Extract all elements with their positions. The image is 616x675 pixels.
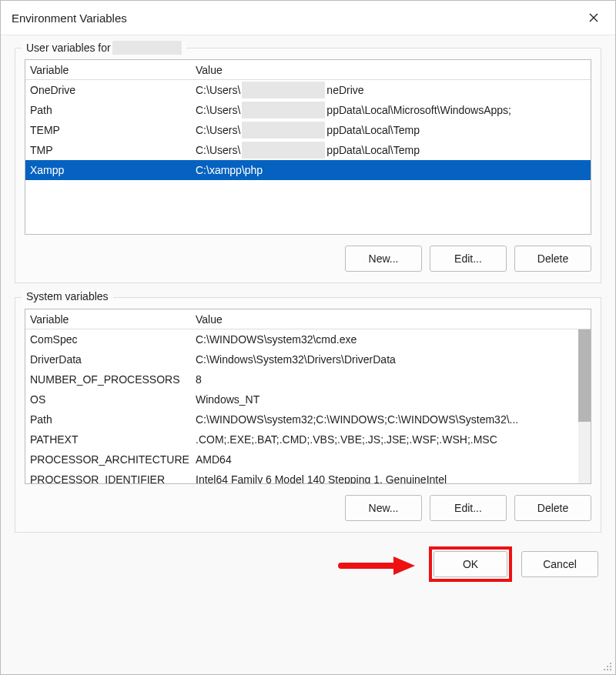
system-header-value[interactable]: Value: [196, 313, 586, 326]
user-variables-label: User variables for: [22, 41, 186, 55]
value-cell: AMD64: [196, 453, 586, 466]
variable-cell: TMP: [30, 144, 196, 156]
system-variables-list[interactable]: Variable Value ComSpecC:\WINDOWS\system3…: [25, 309, 591, 484]
value-cell: C:\Users\neDrive: [196, 82, 586, 99]
table-row[interactable]: PathC:\Users\ppData\Local\Microsoft\Wind…: [25, 100, 591, 120]
titlebar: Environment Variables: [1, 1, 615, 35]
svg-marker-1: [393, 556, 415, 575]
value-cell: Windows_NT: [196, 393, 586, 406]
system-delete-button[interactable]: Delete: [514, 495, 591, 521]
variable-cell: Xampp: [30, 164, 196, 176]
user-variables-list[interactable]: Variable Value OneDriveC:\Users\neDriveP…: [25, 59, 591, 235]
user-variables-label-text: User variables for: [26, 42, 111, 54]
svg-point-3: [607, 666, 608, 667]
system-variables-group: System variables Variable Value ComSpecC…: [15, 297, 601, 533]
user-list-header: Variable Value: [25, 60, 591, 80]
variable-cell: PROCESSOR_IDENTIFIER: [30, 473, 196, 484]
svg-point-4: [610, 666, 611, 667]
table-row[interactable]: TMPC:\Users\ppData\Local\Temp: [25, 140, 591, 160]
table-row[interactable]: NUMBER_OF_PROCESSORS8: [25, 369, 591, 389]
variable-cell: ComSpec: [30, 333, 196, 346]
system-button-row: New... Edit... Delete: [25, 495, 591, 521]
value-cell: .COM;.EXE;.BAT;.CMD;.VBS;.VBE;.JS;.JSE;.…: [196, 433, 586, 446]
value-cell: C:\Users\ppData\Local\Microsoft\WindowsA…: [196, 102, 586, 119]
resize-grip-icon: [601, 660, 614, 673]
variable-cell: TEMP: [30, 124, 196, 136]
content-area: User variables for Variable Value OneDri…: [1, 35, 615, 660]
table-row[interactable]: TEMPC:\Users\ppData\Local\Temp: [25, 120, 591, 140]
system-list-header: Variable Value: [25, 309, 591, 329]
user-variables-group: User variables for Variable Value OneDri…: [15, 48, 601, 283]
variable-cell: OS: [30, 393, 196, 406]
table-row[interactable]: OSWindows_NT: [25, 389, 591, 409]
close-button[interactable]: [583, 7, 604, 28]
svg-point-5: [604, 669, 605, 670]
value-cell: C:\Users\ppData\Local\Temp: [196, 122, 586, 139]
value-redacted: [242, 142, 325, 159]
table-row[interactable]: ComSpecC:\WINDOWS\system32\cmd.exe: [25, 329, 591, 349]
value-redacted: [242, 82, 325, 99]
variable-cell: OneDrive: [30, 84, 196, 96]
value-cell: C:\WINDOWS\system32\cmd.exe: [196, 333, 586, 346]
value-cell: C:\xampp\php: [196, 164, 586, 176]
ok-button[interactable]: OK: [434, 551, 507, 577]
value-cell: C:\Windows\System32\Drivers\DriverData: [196, 353, 586, 366]
resize-grip[interactable]: [601, 660, 614, 673]
user-header-variable[interactable]: Variable: [30, 64, 196, 76]
env-vars-dialog: Environment Variables User variables for…: [0, 0, 616, 675]
table-row[interactable]: PROCESSOR_ARCHITECTUREAMD64: [25, 449, 591, 469]
table-row[interactable]: PATHEXT.COM;.EXE;.BAT;.CMD;.VBS;.VBE;.JS…: [25, 429, 591, 449]
table-row[interactable]: DriverDataC:\Windows\System32\Drivers\Dr…: [25, 349, 591, 369]
system-scrollbar-thumb[interactable]: [578, 329, 591, 422]
svg-point-7: [610, 669, 611, 670]
username-redacted: [112, 41, 182, 55]
variable-cell: Path: [30, 413, 196, 426]
system-new-button[interactable]: New...: [345, 495, 422, 521]
system-edit-button[interactable]: Edit...: [430, 495, 507, 521]
value-cell: Intel64 Family 6 Model 140 Stepping 1, G…: [196, 473, 586, 484]
table-row[interactable]: PROCESSOR_IDENTIFIERIntel64 Family 6 Mod…: [25, 469, 591, 484]
variable-cell: PATHEXT: [30, 433, 196, 446]
annotation-arrow: [338, 554, 415, 577]
variable-cell: Path: [30, 104, 196, 116]
cancel-button[interactable]: Cancel: [521, 551, 598, 577]
system-header-variable[interactable]: Variable: [30, 313, 196, 326]
variable-cell: NUMBER_OF_PROCESSORS: [30, 373, 196, 386]
arrow-icon: [338, 554, 415, 577]
svg-point-2: [610, 663, 611, 664]
variable-cell: PROCESSOR_ARCHITECTURE: [30, 453, 196, 466]
window-title: Environment Variables: [12, 12, 127, 25]
ok-annotation-highlight: OK: [429, 546, 512, 582]
value-redacted: [242, 122, 325, 139]
value-cell: C:\Users\ppData\Local\Temp: [196, 142, 586, 159]
table-row[interactable]: XamppC:\xampp\php: [25, 160, 591, 180]
value-cell: 8: [196, 373, 586, 386]
system-scrollbar[interactable]: [578, 329, 591, 483]
user-new-button[interactable]: New...: [345, 246, 422, 272]
value-cell: C:\WINDOWS\system32;C:\WINDOWS;C:\WINDOW…: [196, 413, 586, 426]
close-icon: [589, 13, 598, 22]
table-row[interactable]: PathC:\WINDOWS\system32;C:\WINDOWS;C:\WI…: [25, 409, 591, 429]
user-edit-button[interactable]: Edit...: [430, 246, 507, 272]
variable-cell: DriverData: [30, 353, 196, 366]
value-redacted: [242, 102, 325, 119]
user-header-value[interactable]: Value: [196, 64, 586, 76]
table-row[interactable]: OneDriveC:\Users\neDrive: [25, 80, 591, 100]
system-variables-label: System variables: [22, 290, 113, 302]
svg-point-6: [607, 669, 608, 670]
user-delete-button[interactable]: Delete: [514, 246, 591, 272]
user-button-row: New... Edit... Delete: [25, 246, 591, 272]
dialog-button-row: OK Cancel: [15, 546, 601, 585]
